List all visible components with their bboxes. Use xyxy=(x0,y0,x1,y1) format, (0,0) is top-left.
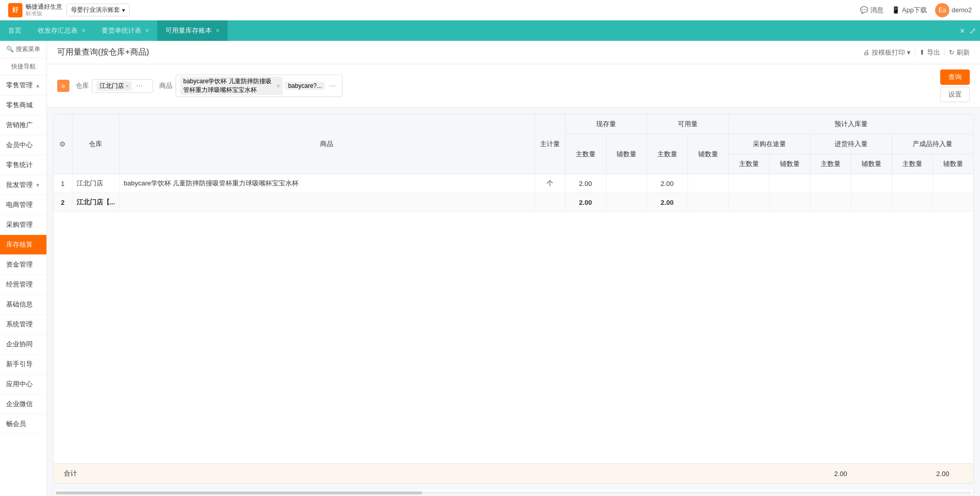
tab-expand-button[interactable]: ⤢ xyxy=(969,26,976,36)
sidebar-search[interactable]: 🔍 搜索菜单 xyxy=(0,41,46,58)
th-prod-aux: 辅数量 xyxy=(933,154,973,174)
filter-area: » 仓库 江北门店 × ··· 商品 babycare学饮杯 儿童防摔防撞吸管杯… xyxy=(47,64,980,108)
refresh-button[interactable]: ↻ 刷新 xyxy=(949,48,970,57)
sidebar-item-sys-mgmt[interactable]: 系统管理 xyxy=(0,315,46,335)
gear-icon[interactable]: ⚙ xyxy=(59,140,66,148)
row1-avail-aux xyxy=(688,174,728,193)
sidebar-item-operations[interactable]: 经营管理 xyxy=(0,275,46,295)
th-available: 可用量 xyxy=(647,114,728,134)
sidebar-item-basic-info[interactable]: 基础信息 xyxy=(0,295,46,315)
tab-order-close[interactable]: × xyxy=(145,27,149,34)
avatar: Ea xyxy=(935,3,949,17)
sidebar-item-marketing[interactable]: 营销推广 xyxy=(0,115,46,135)
main-layout: 🔍 搜索菜单 快捷导航 零售管理 ▲ 零售商城 营销推广 会员中心 零售统计 批… xyxy=(0,41,980,496)
row1-avail-main: 2.00 xyxy=(647,174,688,193)
message-icon: 💬 xyxy=(860,6,868,14)
sidebar-item-newbie[interactable]: 新手引导 xyxy=(0,355,46,374)
user-avatar-button[interactable]: Ea demo2 xyxy=(935,3,972,17)
sidebar-item-member2[interactable]: 畅会员 xyxy=(0,414,46,434)
chevron-down-icon: ▼ xyxy=(35,182,40,188)
logo-text: 畅捷通好生意 标准版 xyxy=(26,3,62,17)
row2-stock-main: 2.00 xyxy=(565,193,606,212)
double-right-icon: » xyxy=(61,82,65,90)
sidebar-ecom-label: 电商管理 xyxy=(6,200,33,209)
sidebar-sys-label: 系统管理 xyxy=(6,320,33,329)
template-print-button[interactable]: 🖨 按模板打印 ▾ xyxy=(863,48,911,57)
horizontal-scrollbar[interactable] xyxy=(53,490,974,496)
product-tag1-remove[interactable]: × xyxy=(277,83,280,89)
chevron-icon: ▲ xyxy=(35,83,40,88)
sidebar-search-label: 搜索菜单 xyxy=(16,45,40,53)
sidebar-item-wholesale-mgmt[interactable]: 批发管理 ▼ xyxy=(0,175,46,195)
sidebar-item-ecom-mgmt[interactable]: 电商管理 xyxy=(0,195,46,215)
th-gear[interactable]: ⚙ xyxy=(54,114,72,174)
row1-unit: 个 xyxy=(534,174,565,193)
tab-order-label: 要货单统计表 xyxy=(102,26,141,35)
row1-stock-aux xyxy=(606,174,647,193)
settings-button[interactable]: 设置 xyxy=(940,87,970,102)
sidebar-item-retail-mgmt[interactable]: 零售管理 ▲ xyxy=(0,76,46,96)
footer-avail-main: 2.00 xyxy=(922,470,963,478)
warehouse-filter-tags[interactable]: 江北门店 × ··· xyxy=(92,79,153,93)
filter-action-buttons: 查询 设置 xyxy=(940,69,970,102)
scrollbar-thumb[interactable] xyxy=(56,491,422,494)
row1-purchase-aux xyxy=(769,174,810,193)
header-actions: 🖨 按模板打印 ▾ ⬆ 导出 ↻ 刷新 xyxy=(863,48,970,63)
sidebar-item-enterprise-wechat[interactable]: 企业微信 xyxy=(0,394,46,414)
warehouse-filter-group: 仓库 江北门店 × ··· xyxy=(76,79,153,93)
query-button[interactable]: 查询 xyxy=(940,69,970,85)
top-bar-right: 💬 消息 📱 App下载 Ea demo2 xyxy=(860,3,972,17)
sidebar-quicknav[interactable]: 快捷导航 xyxy=(0,58,46,76)
th-stock-aux: 辅数量 xyxy=(606,134,647,174)
row2-purchase-main xyxy=(728,193,769,212)
app-label: App下载 xyxy=(902,6,927,15)
sidebar-item-retail-stats[interactable]: 零售统计 xyxy=(0,155,46,175)
product-more-button[interactable]: ··· xyxy=(327,81,337,90)
app-download-button[interactable]: 📱 App下载 xyxy=(892,6,927,15)
row2-arrival-aux xyxy=(851,193,892,212)
sidebar-purchase-label: 采购管理 xyxy=(6,220,33,229)
sidebar-item-finance[interactable]: 资金管理 xyxy=(0,255,46,275)
sidebar-appcenter-label: 应用中心 xyxy=(6,380,33,389)
industry-selector[interactable]: 母婴行业演示账套 ▾ xyxy=(66,4,130,16)
tab-available-close[interactable]: × xyxy=(216,27,219,34)
product-filter-label: 商品 xyxy=(159,81,173,90)
logo-symbol: 好 xyxy=(12,6,18,14)
sidebar-item-retail-shop[interactable]: 零售商城 xyxy=(0,96,46,115)
row1-prod-main xyxy=(892,174,933,193)
search-icon: 🔍 xyxy=(6,45,14,53)
product-filter-tags[interactable]: babycare学饮杯 儿童防摔防撞吸管杯重力球吸嘴杯宝宝水杯 × babyca… xyxy=(176,75,342,97)
page-header: 可用量查询(按仓库+商品) 🖨 按模板打印 ▾ ⬆ 导出 ↻ 刷新 xyxy=(47,41,980,64)
sidebar-item-purchase-mgmt[interactable]: 采购管理 xyxy=(0,215,46,235)
product-filter-group: 商品 babycare学饮杯 儿童防摔防撞吸管杯重力球吸嘴杯宝宝水杯 × bab… xyxy=(159,75,342,97)
table-row: 1 江北门店 babycare学饮杯 儿童防摔防撞吸管杯重力球吸嘴杯宝宝水杯 个… xyxy=(54,174,973,193)
tab-home[interactable]: 首页 xyxy=(0,20,30,41)
row1-warehouse: 江北门店 xyxy=(72,174,119,193)
th-purchase-transit: 采购在途量 xyxy=(728,134,810,154)
tab-order[interactable]: 要货单统计表 × xyxy=(93,20,157,41)
tab-available[interactable]: 可用量库存账本 × xyxy=(157,20,228,41)
tab-receive-close[interactable]: × xyxy=(82,27,85,34)
scrollbar-track xyxy=(56,491,971,494)
warehouse-more-button[interactable]: ··· xyxy=(134,81,144,90)
th-purchase-aux: 辅数量 xyxy=(769,154,810,174)
warehouse-tag-remove[interactable]: × xyxy=(126,83,129,89)
sidebar-item-enterprise[interactable]: 企业协同 xyxy=(0,335,46,355)
refresh-icon: ↻ xyxy=(949,49,954,56)
filter-toggle-button[interactable]: » xyxy=(57,80,69,92)
top-bar-left: 好 畅捷通好生意 标准版 母婴行业演示账套 ▾ xyxy=(8,3,130,17)
tab-close-all[interactable]: ✕ xyxy=(960,27,965,35)
export-icon: ⬆ xyxy=(919,49,925,56)
sidebar-item-inventory[interactable]: 库存核算 xyxy=(0,235,46,255)
warehouse-filter-label: 仓库 xyxy=(76,81,89,90)
row1-arrival-main xyxy=(810,174,851,193)
footer-stock-main: 2.00 xyxy=(820,470,861,478)
message-button[interactable]: 💬 消息 xyxy=(860,6,884,15)
sidebar-item-member[interactable]: 会员中心 xyxy=(0,135,46,155)
sidebar-quicknav-label: 快捷导航 xyxy=(11,63,36,70)
tab-receive[interactable]: 收发存汇总表 × xyxy=(30,20,93,41)
table-row-subtotal: 2 江北门店【... 2.00 2.00 xyxy=(54,193,973,212)
export-button[interactable]: ⬆ 导出 xyxy=(919,48,940,57)
sidebar-item-app-center[interactable]: 应用中心 xyxy=(0,374,46,394)
tab-home-label: 首页 xyxy=(8,26,21,35)
